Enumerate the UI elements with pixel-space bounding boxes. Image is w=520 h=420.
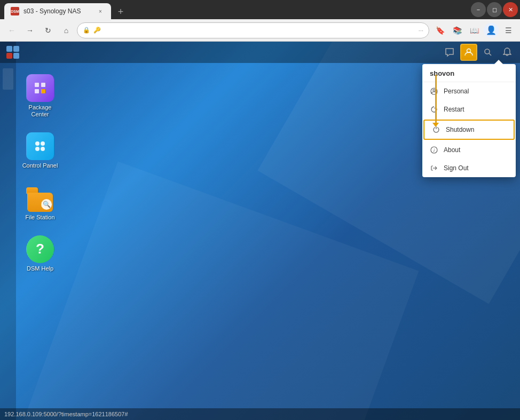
status-bar: 192.168.0.109:5000/?timestamp=1621186507… <box>0 408 520 420</box>
restart-label: Restart <box>444 106 464 113</box>
package-center-label: Package Center <box>29 104 52 118</box>
hamburger-menu-icon[interactable]: ☰ <box>501 23 516 38</box>
dropdown-about[interactable]: i About <box>422 141 516 159</box>
svg-rect-4 <box>41 83 45 87</box>
signout-label: Sign Out <box>444 164 469 172</box>
dsm-topbar <box>0 42 520 63</box>
orange-indicator <box>430 75 439 127</box>
address-bar[interactable]: 🔒 🔑 ··· <box>77 22 429 38</box>
svg-point-9 <box>35 147 40 151</box>
package-center-icon[interactable]: Package Center <box>19 71 61 121</box>
logo-dot-2 <box>13 46 19 52</box>
logo-dot-3 <box>6 53 12 59</box>
svg-rect-6 <box>41 89 45 93</box>
svg-point-10 <box>41 147 45 151</box>
window-close-button[interactable]: ✕ <box>503 2 518 17</box>
dsm-logo[interactable] <box>4 44 21 61</box>
account-icon[interactable]: 👤 <box>484 23 499 38</box>
about-icon: i <box>430 146 438 154</box>
search-button[interactable] <box>479 44 497 61</box>
desktop-icons: Package Center Control Panel <box>19 71 61 275</box>
svg-point-1 <box>485 49 490 54</box>
svg-line-2 <box>489 53 491 56</box>
bookmarks-icon[interactable]: 🔖 <box>432 23 447 38</box>
help-icon-circle: ? <box>26 235 54 263</box>
shutdown-label: Shutdown <box>446 126 474 133</box>
reload-button[interactable]: ↻ <box>41 23 56 38</box>
control-panel-icon[interactable]: Control Panel <box>19 129 61 172</box>
home-button[interactable]: ⌂ <box>59 23 74 38</box>
forward-button[interactable]: → <box>22 23 37 38</box>
status-text: 192.168.0.109:5000/?timestamp=1621186507… <box>4 411 128 417</box>
chat-button[interactable] <box>441 44 458 61</box>
back-button[interactable]: ← <box>4 23 19 38</box>
pocket-icon[interactable]: 📖 <box>467 23 482 38</box>
control-panel-label: Control Panel <box>22 162 58 169</box>
more-options-icon: ··· <box>419 27 423 34</box>
tab-title: s03 - Synology NAS <box>23 7 92 15</box>
dropdown-arrow <box>494 60 503 64</box>
dsm-help-icon[interactable]: ? DSM Help <box>19 232 61 275</box>
window-minimize-button[interactable]: − <box>471 2 486 17</box>
personal-label: Personal <box>444 88 469 95</box>
active-tab[interactable]: DSM s03 - Synology NAS × <box>4 3 111 19</box>
folder-search-icon: 🔍 <box>41 199 52 210</box>
reading-list-icon[interactable]: 📚 <box>450 23 464 38</box>
file-station-label: File Station <box>25 214 54 221</box>
new-tab-button[interactable]: + <box>113 4 128 19</box>
logo-dot-1 <box>6 46 12 52</box>
signout-icon <box>430 164 438 172</box>
svg-point-7 <box>35 141 40 146</box>
about-label: About <box>444 146 460 154</box>
left-strip <box>0 42 16 420</box>
svg-text:i: i <box>434 148 435 153</box>
tab-close-button[interactable]: × <box>96 7 105 15</box>
left-strip-item <box>3 68 13 90</box>
user-menu-button[interactable] <box>460 44 477 61</box>
notifications-button[interactable] <box>499 44 516 61</box>
lock-icon: 🔑 <box>93 27 101 34</box>
svg-rect-5 <box>35 89 39 93</box>
window-maximize-button[interactable]: ◻ <box>487 2 502 17</box>
dropdown-signout[interactable]: Sign Out <box>422 159 516 177</box>
file-station-icon[interactable]: 🔍 File Station <box>19 181 61 224</box>
svg-point-8 <box>41 141 45 146</box>
dsm-help-label: DSM Help <box>27 265 53 272</box>
logo-dot-4 <box>13 53 19 59</box>
tab-favicon: DSM <box>11 7 19 15</box>
svg-rect-3 <box>35 83 39 87</box>
security-icon: 🔒 <box>83 27 90 34</box>
